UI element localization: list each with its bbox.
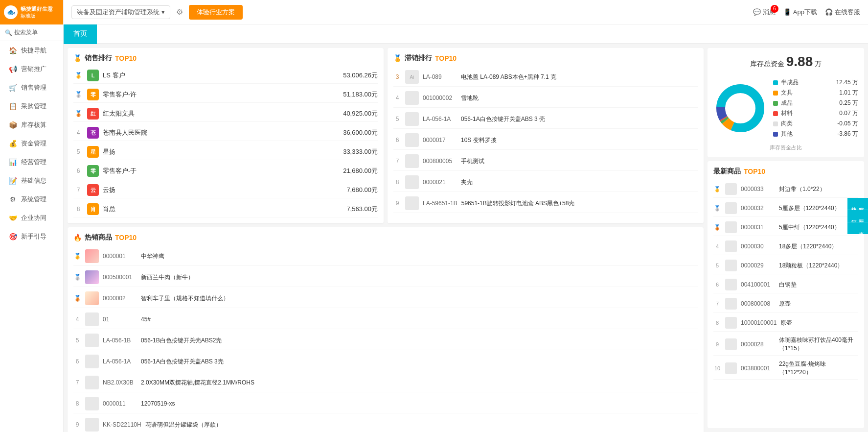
avatar: 零 xyxy=(87,165,99,177)
topbar: 装备及固定资产辅助管理系统 ▾ ⚙ 体验行业方案 💬 消息 6 📱 App下载 … xyxy=(64,0,868,24)
product-item: 3 Ai LA-089 电池盖 LA-089 ABS本色+黑种 7.1 克 xyxy=(393,68,698,87)
sidebar-item-inventory[interactable]: 📦 库存核算 xyxy=(0,116,63,134)
product-thumb xyxy=(85,312,99,326)
product-thumb xyxy=(85,355,99,368)
app-download-button[interactable]: 📱 App下载 xyxy=(783,8,817,17)
product-item: 6 0000017 10S 变料罗披 xyxy=(393,131,698,150)
collab-icon: 🤝 xyxy=(8,214,17,222)
legend-dot xyxy=(773,80,778,85)
ranking-item: 🥈 零 零售客户-许 51,183.00元 xyxy=(73,87,378,103)
new-product-item: 🥉 0000031 5厘中纤（1220*2440） xyxy=(713,219,858,236)
legend-item: 材料 0.07 万 xyxy=(773,109,858,118)
legend-item: 肉类 -0.05 万 xyxy=(773,120,858,128)
sidebar-item-basic-info[interactable]: 📝 基础信息 xyxy=(0,171,63,190)
product-thumb xyxy=(405,196,419,210)
legend-dot xyxy=(773,101,778,106)
float-btn-service[interactable]: 客服热线 xyxy=(847,198,868,210)
tab-home[interactable]: 首页 xyxy=(64,24,97,44)
ranking-item: 7 云 云扬 7,680.00元 xyxy=(73,182,378,198)
avatar: 零 xyxy=(87,89,99,100)
inventory-total: 库存总资金 9.88 万 xyxy=(713,54,858,70)
product-thumb xyxy=(725,221,737,233)
finance-icon: 💰 xyxy=(8,140,17,147)
mobile-icon: 📱 xyxy=(783,8,791,16)
messages-button[interactable]: 💬 消息 6 xyxy=(753,8,776,17)
product-thumb xyxy=(405,91,419,105)
sales-icon: 🛒 xyxy=(8,84,17,92)
sidebar-item-purchase[interactable]: 📋 采购管理 xyxy=(0,97,63,116)
message-icon: 💬 xyxy=(753,8,761,16)
product-thumb xyxy=(725,317,737,329)
image-icon: Ai xyxy=(410,74,414,80)
new-product-item: 7 000800008 原壶 xyxy=(713,295,858,312)
sales-ranking-title: 🏅 销售排行 TOP10 xyxy=(73,54,378,63)
sidebar-item-guide[interactable]: 🎯 新手引导 xyxy=(0,227,63,246)
legend-item: 半成品 12.45 万 xyxy=(773,78,858,87)
system-icon: ⚙ xyxy=(8,195,17,203)
right-panel: 库存总资金 9.88 万 xyxy=(708,48,864,428)
new-product-item: 6 004100001 白钢垫 xyxy=(713,276,858,293)
home-icon: 🏠 xyxy=(8,47,17,54)
sidebar-item-quicknav[interactable]: 🏠 快捷导航 xyxy=(0,41,63,60)
trial-button[interactable]: 体验行业方案 xyxy=(189,5,243,20)
avatar: 红 xyxy=(87,108,99,120)
product-thumb xyxy=(405,154,419,168)
product-item: 7 NB2.0X30B 2.0X30MM双摆花轴,摆花直径2.1MM/ROHS xyxy=(73,373,698,392)
content-area: 🏅 销售排行 TOP10 🥇 L LS 客户 53,006.26元 🥈 xyxy=(64,44,868,432)
product-thumb xyxy=(725,362,737,374)
logo-text: 畅捷通好生意 标准版 xyxy=(21,5,53,19)
basic-info-icon: 📝 xyxy=(8,177,17,185)
legend-item: 文具 1.01 万 xyxy=(773,89,858,97)
ranking-item: 6 零 零售客户-于 21,680.00元 xyxy=(73,163,378,179)
topbar-right: 💬 消息 6 📱 App下载 🎧 在线客服 xyxy=(753,8,860,17)
sidebar-item-finance[interactable]: 💰 资金管理 xyxy=(0,134,63,153)
product-thumb: Ai xyxy=(405,70,419,84)
guide-icon: 🎯 xyxy=(8,233,17,240)
sidebar-item-collab[interactable]: 🤝 企业协同 xyxy=(0,209,63,227)
system-selector[interactable]: 装备及固定资产辅助管理系统 ▾ xyxy=(71,5,170,19)
ranking-item: 5 星 星扬 33,333.00元 xyxy=(73,144,378,160)
settings-icon[interactable]: ⚙ xyxy=(176,7,183,17)
product-item: 🥇 0000001 中华神鹰 xyxy=(73,247,698,266)
product-thumb xyxy=(85,291,99,305)
legend-dot xyxy=(773,121,778,126)
float-btn-live[interactable]: 直播 xyxy=(847,222,868,234)
product-item: 8 0000011 12070519-xs xyxy=(73,394,698,413)
new-product-item: 5 0000029 18颗粒板（1220*2440） xyxy=(713,257,858,274)
headset-icon: 🎧 xyxy=(825,8,833,16)
sidebar-logo: 🐟 畅捷通好生意 标准版 xyxy=(0,0,63,24)
product-item: 5 LA-056-1A 056-1A白色按键开关盖ABS 3 壳 xyxy=(393,110,698,129)
avatar: 肖 xyxy=(87,203,99,215)
legend-item: 成品 0.25 万 xyxy=(773,99,858,107)
donut-chart xyxy=(713,81,767,135)
avatar: L xyxy=(87,70,99,81)
sidebar-search[interactable]: 🔍 搜索菜单 xyxy=(0,24,63,41)
product-thumb xyxy=(85,334,99,347)
purchase-icon: 📋 xyxy=(8,102,17,110)
sales-ranking-card: 🏅 销售排行 TOP10 🥇 L LS 客户 53,006.26元 🥈 xyxy=(68,48,384,223)
new-products-title: 最新商品 TOP10 xyxy=(713,167,858,176)
main-area: 装备及固定资产辅助管理系统 ▾ ⚙ 体验行业方案 💬 消息 6 📱 App下载 … xyxy=(64,0,868,432)
medal-icon: 🏅 xyxy=(73,54,82,62)
sidebar-item-marketing[interactable]: 📢 营销推广 xyxy=(0,60,63,78)
product-item: 8 0000021 夹壳 xyxy=(393,173,698,192)
ranking-item: 8 肖 肖总 7,563.00元 xyxy=(73,201,378,217)
avatar: 苍 xyxy=(87,127,99,139)
search-menu-button[interactable]: 🔍 搜索菜单 xyxy=(5,28,58,37)
sidebar-item-sales[interactable]: 🛒 销售管理 xyxy=(0,78,63,97)
avatar: 星 xyxy=(87,146,99,158)
operation-icon: 📊 xyxy=(8,158,17,166)
online-service-button[interactable]: 🎧 在线客服 xyxy=(825,8,860,17)
logo-icon: 🐟 xyxy=(4,5,18,19)
product-thumb xyxy=(405,175,419,189)
inventory-legend: 半成品 12.45 万 文具 1.01 万 成品 0.25 万 xyxy=(773,78,858,138)
legend-dot xyxy=(773,132,778,137)
product-thumb xyxy=(725,183,737,195)
product-thumb xyxy=(405,133,419,147)
product-item: 5 LA-056-1B 056-1B白色按键开关壳ABS2壳 xyxy=(73,331,698,350)
sidebar-item-system[interactable]: ⚙ 系统管理 xyxy=(0,190,63,209)
float-btn-community[interactable]: 服务社区 xyxy=(847,210,868,222)
product-item: 9 KK-SD22110H 花语萌但温分罐罐袋（厚款） xyxy=(73,415,698,432)
new-product-item: 🥈 0000032 5厘多层（1220*2440） xyxy=(713,200,858,217)
sidebar-item-operation[interactable]: 📊 经营管理 xyxy=(0,153,63,171)
